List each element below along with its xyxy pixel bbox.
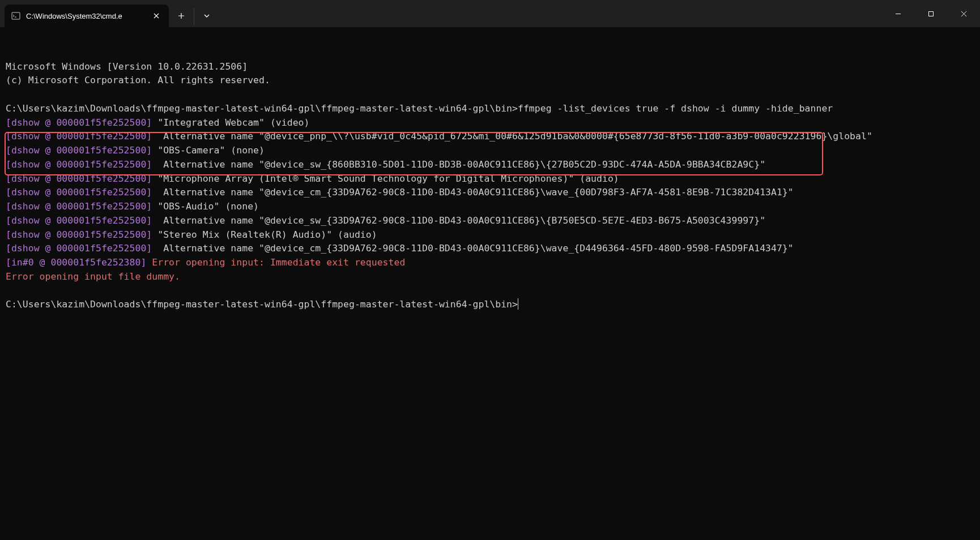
terminal-output[interactable]: Microsoft Windows [Version 10.0.22631.25…: [0, 27, 980, 316]
prompt-line: C:\Users\kazim\Downloads\ffmpeg-master-l…: [6, 299, 518, 310]
titlebar: C:\Windows\System32\cmd.e: [0, 0, 980, 27]
device-alt-line: [dshow @ 000001f5fe252500] Alternative n…: [6, 215, 765, 226]
cursor: [518, 298, 518, 310]
svg-rect-0: [12, 12, 20, 19]
copyright-line: (c) Microsoft Corporation. All rights re…: [6, 75, 270, 85]
new-tab-button[interactable]: [169, 5, 194, 27]
tab-close-button[interactable]: [151, 10, 162, 22]
maximize-button[interactable]: [914, 0, 947, 27]
error-line: [in#0 @ 000001f5fe252380] Error opening …: [6, 257, 405, 268]
device-alt-line: [dshow @ 000001f5fe252500] Alternative n…: [6, 131, 872, 142]
device-alt-line: [dshow @ 000001f5fe252500] Alternative n…: [6, 243, 794, 254]
device-line: [dshow @ 000001f5fe252500] "OBS-Camera" …: [6, 145, 265, 156]
device-line: [dshow @ 000001f5fe252500] "OBS-Audio" (…: [6, 201, 259, 212]
titlebar-drag-area[interactable]: [219, 0, 881, 27]
device-alt-line: [dshow @ 000001f5fe252500] Alternative n…: [6, 187, 794, 198]
minimize-button[interactable]: [881, 0, 914, 27]
device-line: [dshow @ 000001f5fe252500] "Stereo Mix (…: [6, 229, 377, 240]
device-line: [dshow @ 000001f5fe252500] "Integrated W…: [6, 117, 309, 128]
tab-dropdown-button[interactable]: [194, 5, 219, 27]
prompt-line: C:\Users\kazim\Downloads\ffmpeg-master-l…: [6, 103, 833, 114]
device-alt-line: [dshow @ 000001f5fe252500] Alternative n…: [6, 159, 765, 170]
cmd-icon: [11, 11, 20, 20]
svg-rect-1: [928, 11, 933, 16]
tab-title: C:\Windows\System32\cmd.e: [26, 12, 145, 20]
terminal-tab[interactable]: C:\Windows\System32\cmd.e: [5, 5, 169, 27]
error-line: Error opening input file dummy.: [6, 271, 180, 282]
os-version-line: Microsoft Windows [Version 10.0.22631.25…: [6, 61, 248, 72]
window-controls: [881, 0, 980, 27]
close-button[interactable]: [947, 0, 980, 27]
device-line: [dshow @ 000001f5fe252500] "Microphone A…: [6, 173, 619, 184]
